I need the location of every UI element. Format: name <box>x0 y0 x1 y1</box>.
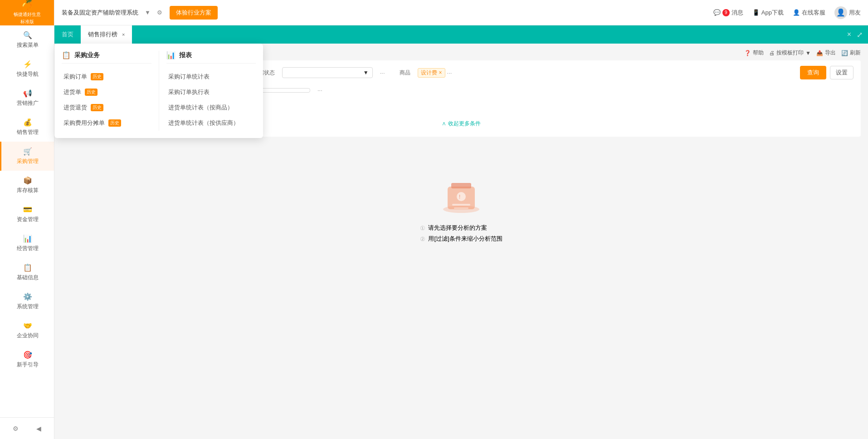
system-icon: ⚙️ <box>23 292 32 301</box>
sidebar-item-inventory[interactable]: 📦 库存核算 <box>0 171 54 200</box>
inbound-stat-goods-item[interactable]: 进货单统计表（按商品） <box>166 100 256 115</box>
topbar-service[interactable]: 👤 在线客服 <box>793 9 825 17</box>
tab-sales-rank[interactable]: 销售排行榜 × <box>81 25 132 44</box>
help-label: 帮助 <box>753 49 764 57</box>
settings-btn[interactable]: 设置 <box>830 66 853 79</box>
topbar-user[interactable]: 👤 用友 <box>834 6 861 19</box>
sidebar-nav: 🔍 搜索菜单 ⚡ 快捷导航 📢 营销推广 💰 销售管理 🛒 采购管理 📦 库存核… <box>0 25 54 417</box>
refresh-label: 刷新 <box>850 49 861 57</box>
report-section-title: 📊 报表 <box>166 51 256 64</box>
sidebar-item-sales[interactable]: 💰 销售管理 <box>0 113 54 142</box>
tab-home[interactable]: 首页 <box>54 25 81 44</box>
logo-version: 标准版 <box>20 19 34 25</box>
report-section-label: 报表 <box>179 51 192 59</box>
empty-hint-1: ① 请先选择要分析的方案 <box>420 224 502 232</box>
purchase-section-label: 采购业务 <box>74 51 100 59</box>
sales-icon: 💰 <box>23 118 32 127</box>
sidebar-item-label-inventory: 库存核算 <box>17 187 39 194</box>
empty-svg: ! <box>434 173 488 218</box>
svg-text:!: ! <box>459 194 460 200</box>
dropdown-menu: 📋 采购业务 采购订单 历史 进货单 历史 进货退货 历史 采购费用分摊单 历史 <box>54 44 263 138</box>
hint2-text: 用[过滤]条件来缩小分析范围 <box>428 235 502 243</box>
export-icon: 📤 <box>816 50 823 56</box>
guide-icon: 🎯 <box>23 350 32 359</box>
inbound-item[interactable]: 进货单 历史 <box>62 84 151 100</box>
collapse-label: 收起更多条件 <box>448 120 481 127</box>
purchase-order-exec-item[interactable]: 采购订单执行表 <box>166 84 256 100</box>
sidebar-item-label-basic: 基础信息 <box>17 274 39 281</box>
sidebar-item-enterprise[interactable]: 🤝 企业协同 <box>0 316 54 345</box>
inbound-stat-supplier-item[interactable]: 进货单统计表（按供应商） <box>166 115 256 131</box>
sidebar-item-label-system: 系统管理 <box>17 303 39 311</box>
sidebar-item-quicknav[interactable]: ⚡ 快捷导航 <box>0 54 54 84</box>
purchase-order-stat-item[interactable]: 采购订单统计表 <box>166 69 256 84</box>
sidebar-item-label-operation: 经营管理 <box>17 245 39 252</box>
query-btn[interactable]: 查询 <box>800 66 826 79</box>
sidebar-item-guide[interactable]: 🎯 新手引导 <box>0 345 54 374</box>
status-dropdown-icon: ▼ <box>363 69 369 76</box>
topbar: 装备及固定资产辅助管理系统 ▼ ⚙ 体验行业方案 💬 9 消息 📱 App下载 … <box>54 0 868 25</box>
system-dropdown-icon[interactable]: ▼ <box>145 9 151 16</box>
status-more[interactable]: ··· <box>380 69 385 76</box>
print-label: 按模板打印 <box>776 49 804 57</box>
topbar-message[interactable]: 💬 9 消息 <box>713 9 743 17</box>
print-btn[interactable]: 🖨 按模板打印 ▼ <box>769 49 811 57</box>
sidebar-item-system[interactable]: ⚙️ 系统管理 <box>0 287 54 316</box>
tab-sales-rank-close[interactable]: × <box>122 32 125 37</box>
goods-more[interactable]: ··· <box>447 69 452 76</box>
status-select[interactable]: ▼ <box>282 67 373 78</box>
print-dropdown-icon[interactable]: ▼ <box>805 50 811 56</box>
empty-state: ! ① 请先选择要分析的方案 ② 用[过滤]条件来缩小分析范围 <box>62 137 861 279</box>
sidebar-item-finance[interactable]: 💳 资金管理 <box>0 200 54 229</box>
return-label: 进货退货 <box>63 104 87 112</box>
purchase-section-title: 📋 采购业务 <box>62 51 151 64</box>
inbound-stat-goods-label: 进货单统计表（按商品） <box>168 104 233 112</box>
salesman-more[interactable]: ··· <box>317 87 322 94</box>
goods-filter: 设计费 × ··· <box>418 68 452 78</box>
sidebar-footer: ⚙ ◀ <box>0 417 54 439</box>
sidebar-item-label-search: 搜索菜单 <box>17 41 39 49</box>
system-settings-icon[interactable]: ⚙ <box>157 9 162 16</box>
sidebar-item-purchase[interactable]: 🛒 采购管理 <box>0 142 54 171</box>
sidebar-item-search[interactable]: 🔍 搜索菜单 <box>0 25 54 54</box>
export-btn[interactable]: 📤 导出 <box>816 49 836 57</box>
refresh-btn[interactable]: 🔄 刷新 <box>841 49 861 57</box>
sidebar-item-marketing[interactable]: 📢 营销推广 <box>0 84 54 113</box>
marketing-icon: 📢 <box>23 89 32 98</box>
sidebar-item-basic[interactable]: 📋 基础信息 <box>0 258 54 287</box>
expense-history: 历史 <box>108 119 121 127</box>
inbound-stat-supplier-label: 进货单统计表（按供应商） <box>168 119 239 127</box>
goods-tag[interactable]: 设计费 × <box>418 68 445 78</box>
user-label: 用友 <box>849 9 861 17</box>
purchase-order-history: 历史 <box>91 73 103 80</box>
purchase-icon: 🛒 <box>23 147 32 156</box>
window-expand-btn[interactable]: ⤢ <box>855 29 864 41</box>
empty-illustration: ! <box>434 173 488 218</box>
window-close-btn[interactable]: × <box>845 29 853 40</box>
tab-sales-rank-label: 销售排行榜 <box>88 30 117 39</box>
footer-collapse-btn[interactable]: ◀ <box>36 425 41 432</box>
return-item[interactable]: 进货退货 历史 <box>62 100 151 115</box>
quicknav-icon: ⚡ <box>23 60 32 69</box>
purchase-order-exec-label: 采购订单执行表 <box>168 88 210 96</box>
goods-tag-close[interactable]: × <box>439 69 442 76</box>
sidebar-item-label-finance: 资金管理 <box>17 216 39 223</box>
topbar-app[interactable]: 📱 App下载 <box>752 9 784 17</box>
inbound-label: 进货单 <box>63 88 81 96</box>
user-avatar: 👤 <box>834 6 847 19</box>
help-btn[interactable]: ❓ 帮助 <box>744 49 764 57</box>
sidebar-item-label-sales: 销售管理 <box>17 128 39 136</box>
hint2-bullet: ② <box>420 236 425 242</box>
footer-settings-btn[interactable]: ⚙ <box>13 425 19 432</box>
dropdown-columns: 📋 采购业务 采购订单 历史 进货单 历史 进货退货 历史 采购费用分摊单 历史 <box>62 51 256 131</box>
report-section-icon: 📊 <box>166 51 176 59</box>
sidebar-item-operation[interactable]: 📊 经营管理 <box>0 229 54 258</box>
sidebar-item-label-guide: 新手引导 <box>17 361 39 369</box>
collapse-icon: ∧ <box>442 120 446 127</box>
purchase-order-item[interactable]: 采购订单 历史 <box>62 69 151 84</box>
industry-btn[interactable]: 体验行业方案 <box>170 6 218 20</box>
expense-item[interactable]: 采购费用分摊单 历史 <box>62 115 151 131</box>
message-label: 消息 <box>731 9 743 17</box>
logo-icon: 🍊 <box>21 0 33 10</box>
service-label: 在线客服 <box>802 9 825 17</box>
